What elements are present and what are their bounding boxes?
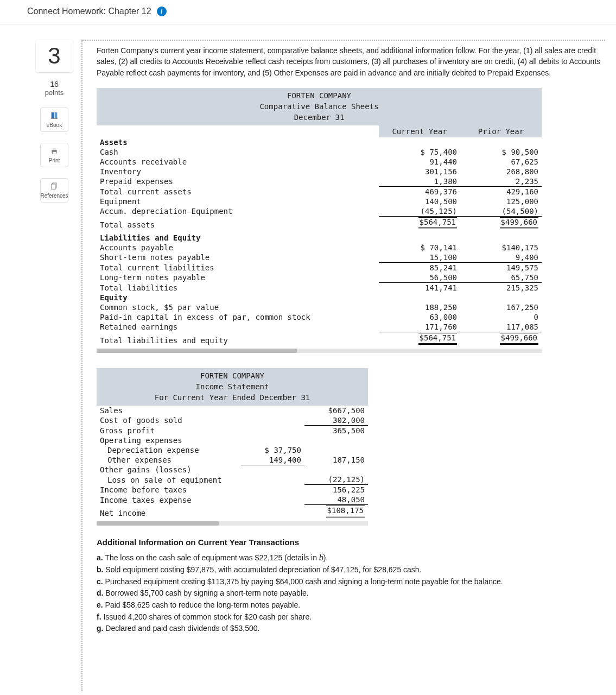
page-header: Connect Homework: Chapter 12 i xyxy=(0,0,616,24)
svg-point-4 xyxy=(56,150,56,151)
references-button[interactable]: References xyxy=(40,178,68,203)
table-row: Sales$667,500 xyxy=(97,406,368,415)
col-prior-year: Prior Year xyxy=(460,125,542,137)
question-sidebar: 3 16 points eBook Print References xyxy=(27,40,81,691)
table-row: Paid-in capital in excess of par, common… xyxy=(97,312,542,322)
income-statement-table: FORTEN COMPANY Income Statement For Curr… xyxy=(97,368,368,526)
table-scrollbar[interactable] xyxy=(97,521,368,526)
additional-info-heading: Additional Information on Current Year T… xyxy=(97,538,612,547)
table-row: Accounts payable$ 70,141$140,175 xyxy=(97,243,542,252)
bs-title: Comparative Balance Sheets xyxy=(97,101,542,112)
list-item: b. Sold equipment costing $97,875, with … xyxy=(97,564,612,576)
additional-info: Additional Information on Current Year T… xyxy=(97,538,612,635)
bs-company: FORTEN COMPANY xyxy=(97,90,542,101)
col-current-year: Current Year xyxy=(379,125,460,137)
table-row: Cost of goods sold302,000 xyxy=(97,415,368,426)
bs-date: December 31 xyxy=(97,112,542,123)
table-row: Total current liabilities85,241149,575 xyxy=(97,262,542,273)
table-row: Total current assets469,376429,160 xyxy=(97,186,542,197)
info-icon[interactable]: i xyxy=(157,7,167,16)
list-item: g. Declared and paid cash dividends of $… xyxy=(97,623,612,635)
table-row: Gross profit365,500 xyxy=(97,425,368,435)
list-item: c. Purchased equipment costing $113,375 … xyxy=(97,576,612,588)
svg-rect-6 xyxy=(52,184,55,189)
table-row: Net income$108,175 xyxy=(97,505,368,519)
ebook-button[interactable]: eBook xyxy=(40,108,68,132)
page-title: Connect Homework: Chapter 12 xyxy=(27,7,151,16)
table-row: Common stock, $5 par value188,250167,250 xyxy=(97,302,542,312)
table-row: Loss on sale of equipment(22,125) xyxy=(97,475,368,485)
is-company: FORTEN COMPANY xyxy=(97,370,368,381)
svg-rect-0 xyxy=(51,118,58,119)
table-row: Operating expenses xyxy=(97,435,368,445)
is-period: For Current Year Ended December 31 xyxy=(97,392,368,403)
list-item: e. Paid $58,625 cash to reduce the long-… xyxy=(97,599,612,611)
balance-sheet-table: FORTEN COMPANY Comparative Balance Sheet… xyxy=(97,88,542,353)
table-row: Income taxes expense48,050 xyxy=(97,495,368,505)
printer-icon xyxy=(50,147,59,155)
svg-rect-2 xyxy=(53,148,56,150)
table-row: Other expenses149,400187,150 xyxy=(97,455,368,465)
table-row: Prepaid expenses1,3802,235 xyxy=(97,176,542,187)
table-row: Total liabilities and equity$564,751$499… xyxy=(97,332,542,345)
points-display: 16 points xyxy=(45,80,64,97)
svg-rect-3 xyxy=(53,151,56,154)
table-row: Income before taxes156,225 xyxy=(97,485,368,495)
question-number: 3 xyxy=(36,40,72,72)
table-row: Inventory301,156268,800 xyxy=(97,167,542,176)
table-row: Total assets$564,751$499,660 xyxy=(97,216,542,230)
table-row: Other gains (losses) xyxy=(97,465,368,475)
table-row: Accum. depreciation—Equipment(45,125)(54… xyxy=(97,206,542,217)
is-title: Income Statement xyxy=(97,381,368,392)
book-icon xyxy=(50,111,59,120)
list-item: a. The loss on the cash sale of equipmen… xyxy=(97,552,612,564)
table-scrollbar[interactable] xyxy=(97,349,542,353)
table-row: Total liabilities141,741215,325 xyxy=(97,282,542,293)
question-content: Forten Company's current year income sta… xyxy=(81,40,616,691)
intro-paragraph: Forten Company's current year income sta… xyxy=(97,40,612,78)
table-row: Depreciation expense$ 37,750 xyxy=(97,445,368,455)
table-row: Short-term notes payable15,1009,400 xyxy=(97,252,542,263)
table-row: Cash$ 75,400$ 90,500 xyxy=(97,147,542,157)
list-item: d. Borrowed $5,700 cash by signing a sho… xyxy=(97,587,612,599)
table-row: Long-term notes payable56,50065,750 xyxy=(97,273,542,283)
table-row: Equipment140,500125,000 xyxy=(97,197,542,206)
list-item: f. Issued 4,200 shares of common stock f… xyxy=(97,611,612,623)
print-button[interactable]: Print xyxy=(40,143,68,167)
table-row: Accounts receivable91,44067,625 xyxy=(97,157,542,167)
table-row: Retained earnings171,760117,085 xyxy=(97,322,542,332)
copy-icon xyxy=(50,182,59,191)
